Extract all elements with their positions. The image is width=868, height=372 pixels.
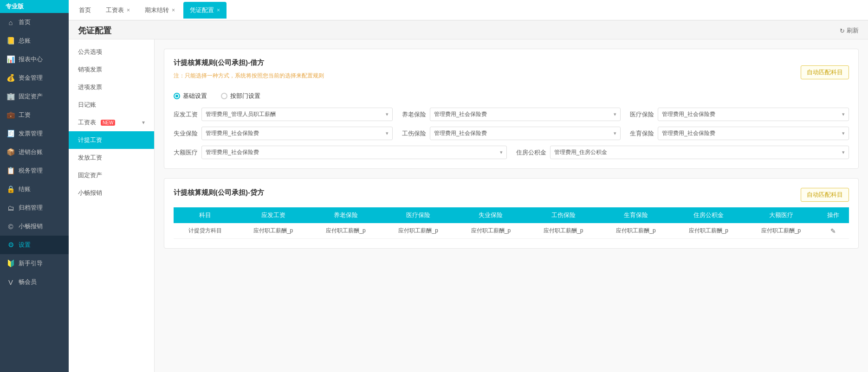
label-gongshang: 工伤保险	[402, 129, 426, 138]
label-shengyu: 生育保险	[630, 129, 654, 138]
settings-icon: ⚙	[6, 241, 15, 249]
tab-payroll-close[interactable]: ×	[127, 7, 130, 13]
select-yanglao[interactable]: 管理费用_社会保险费 ▾	[430, 108, 621, 121]
sidebar-item-member[interactable]: V 畅会员	[0, 273, 69, 291]
radio-basic-label: 基础设置	[183, 92, 207, 100]
cell-gongjijin: 应付职工薪酬_p	[672, 223, 745, 239]
sidebar-item-xiaochang[interactable]: © 小畅报销	[0, 217, 69, 236]
debit-title-area: 计提核算规则(公司承担)-借方 注：只能选择一种方式，系统将按照您当前的选择来配…	[174, 58, 324, 86]
sidebar-item-label: 新手引导	[19, 259, 43, 268]
tab-voucher-close[interactable]: ×	[217, 7, 220, 13]
sub-navigation: 公共选项 销项发票 进项发票 日记账 工资表 NEW ▾ 计提工资 发放工资	[69, 39, 155, 372]
sidebar-item-archive[interactable]: 🗂 归档管理	[0, 199, 69, 217]
select-yfgz-value: 管理费用_管理人员职工薪酬	[206, 110, 276, 118]
cell-daeyliao: 应付职工薪酬_p	[745, 223, 817, 239]
sidebar-item-funds[interactable]: 💰 资金管理	[0, 69, 69, 87]
credit-auto-match-button[interactable]: 自动匹配科目	[801, 188, 849, 202]
select-shiye[interactable]: 管理费用_社会保险费 ▾	[201, 127, 393, 140]
select-daeyliao-value: 管理费用_社会保险费	[206, 148, 259, 156]
sub-nav-journal[interactable]: 日记账	[69, 96, 154, 114]
select-shengyu[interactable]: 管理费用_社会保险费 ▾	[658, 127, 849, 140]
cell-action[interactable]: ✎	[817, 223, 849, 239]
radio-basic-setting[interactable]: 基础设置	[174, 92, 207, 100]
cell-yiliao: 应付职工薪酬_p	[382, 223, 454, 239]
sidebar-item-assets[interactable]: 🏢 固定资产	[0, 87, 69, 106]
sub-nav-assets-label: 固定资产	[78, 171, 102, 180]
sidebar-item-label: 归档管理	[19, 204, 43, 212]
sub-nav-xiaochang[interactable]: 小畅报销	[69, 184, 154, 202]
sidebar-item-label: 资金管理	[19, 74, 43, 82]
stock-icon: 📦	[6, 148, 15, 156]
sidebar-item-label: 税务管理	[19, 167, 43, 175]
tab-period-close-btn[interactable]: ×	[172, 7, 175, 13]
sidebar-item-invoice[interactable]: 🧾 发票管理	[0, 124, 69, 143]
debit-header-row: 计提核算规则(公司承担)-借方 注：只能选择一种方式，系统将按照您当前的选择来配…	[174, 58, 849, 86]
sub-nav-xiaochang-label: 小畅报销	[78, 189, 102, 197]
sidebar-item-salary[interactable]: 💼 工资	[0, 106, 69, 124]
field-yiliao: 医疗保险 管理费用_社会保险费 ▾	[630, 108, 849, 121]
home-icon: ⌂	[6, 19, 15, 26]
sidebar-item-reports[interactable]: 📊 报表中心	[0, 50, 69, 69]
archive-icon: 🗂	[6, 204, 15, 212]
sidebar-item-stock[interactable]: 📦 进销台账	[0, 143, 69, 161]
tab-payroll[interactable]: 工资表 ×	[99, 2, 136, 19]
cell-yanglao: 应付职工薪酬_p	[310, 223, 382, 239]
label-yfgz: 应发工资	[174, 110, 198, 119]
tab-voucher-config[interactable]: 凭证配置 ×	[183, 2, 227, 19]
debit-auto-match-button[interactable]: 自动匹配科目	[801, 65, 849, 79]
sub-nav-public[interactable]: 公共选项	[69, 43, 154, 61]
sub-nav-fixed-assets[interactable]: 固定资产	[69, 167, 154, 184]
refresh-label: 刷新	[847, 26, 859, 35]
sidebar-item-settings[interactable]: ⚙ 设置	[0, 236, 69, 254]
new-badge: NEW	[101, 120, 115, 126]
sidebar-item-ledger[interactable]: 📒 总账	[0, 32, 69, 50]
chevron-down-icon: ▾	[386, 111, 389, 117]
sub-nav-purchase-invoice[interactable]: 进项发票	[69, 78, 154, 96]
credit-section-title: 计提核算规则(公司承担)-贷方	[174, 188, 264, 197]
label-yiliao: 医疗保险	[630, 110, 654, 119]
tab-period-close[interactable]: 期末结转 ×	[138, 2, 181, 19]
tab-home-label: 首页	[79, 6, 91, 14]
sub-nav-pay-salary[interactable]: 发放工资	[69, 149, 154, 167]
field-shengyu: 生育保险 管理费用_社会保险费 ▾	[630, 127, 849, 140]
sub-nav-purchase-label: 进项发票	[78, 83, 102, 91]
main-content: 首页 工资表 × 期末结转 × 凭证配置 × 凭证配置 ↻ 刷新 公共选项	[69, 0, 868, 372]
edit-icon[interactable]: ✎	[830, 227, 836, 235]
refresh-button[interactable]: ↻ 刷新	[840, 26, 859, 35]
sidebar-item-label: 结账	[19, 185, 31, 193]
salary-icon: 💼	[6, 111, 15, 119]
sidebar-item-close[interactable]: 🔒 结账	[0, 180, 69, 199]
sidebar-item-tax[interactable]: 📋 税务管理	[0, 161, 69, 180]
select-yiliao[interactable]: 管理费用_社会保险费 ▾	[658, 108, 849, 121]
radio-dept-setting[interactable]: 按部门设置	[221, 92, 260, 100]
sub-nav-payroll-table[interactable]: 工资表 NEW ▾	[69, 114, 154, 131]
select-gongjijin[interactable]: 管理费用_住房公积金 ▾	[550, 146, 849, 159]
tabs-bar: 首页 工资表 × 期末结转 × 凭证配置 ×	[69, 0, 868, 20]
sidebar-item-label: 进销台账	[19, 148, 43, 156]
sidebar-item-label: 固定资产	[19, 92, 43, 101]
assets-icon: 🏢	[6, 92, 15, 101]
select-gongshang[interactable]: 管理费用_社会保险费 ▾	[430, 127, 621, 140]
field-daeyliao: 大额医疗 管理费用_社会保险费 ▾	[174, 146, 507, 159]
sub-nav-payroll-table-label: 工资表	[78, 118, 96, 127]
credit-table: 科目 应发工资 养老保险 医疗保险 失业保险 工伤保险 生育保险 住房公积金 大…	[174, 207, 849, 239]
ledger-icon: 📒	[6, 37, 15, 45]
sub-nav-calc-salary[interactable]: 计提工资	[69, 131, 154, 149]
sidebar-item-label: 小畅报销	[19, 222, 43, 231]
chevron-down-icon: ▾	[842, 149, 845, 155]
sidebar-item-guide[interactable]: 🔰 新手引导	[0, 254, 69, 273]
select-yfgz[interactable]: 管理费用_管理人员职工薪酬 ▾	[201, 108, 393, 121]
guide-icon: 🔰	[6, 259, 15, 268]
sub-nav-sales-invoice[interactable]: 销项发票	[69, 61, 154, 78]
funds-icon: 💰	[6, 74, 15, 82]
tab-home[interactable]: 首页	[72, 2, 97, 19]
close-account-icon: 🔒	[6, 185, 15, 193]
app-edition: 专业版	[6, 2, 24, 11]
cell-subject: 计提贷方科目	[174, 223, 237, 239]
sidebar-item-label: 总账	[19, 37, 31, 45]
sidebar-item-home[interactable]: ⌂ 首页	[0, 13, 69, 32]
label-shiye: 失业保险	[174, 129, 198, 138]
col-yiliao: 医疗保险	[382, 207, 454, 223]
col-subject: 科目	[174, 207, 237, 223]
select-daeyliao[interactable]: 管理费用_社会保险费 ▾	[201, 146, 507, 159]
